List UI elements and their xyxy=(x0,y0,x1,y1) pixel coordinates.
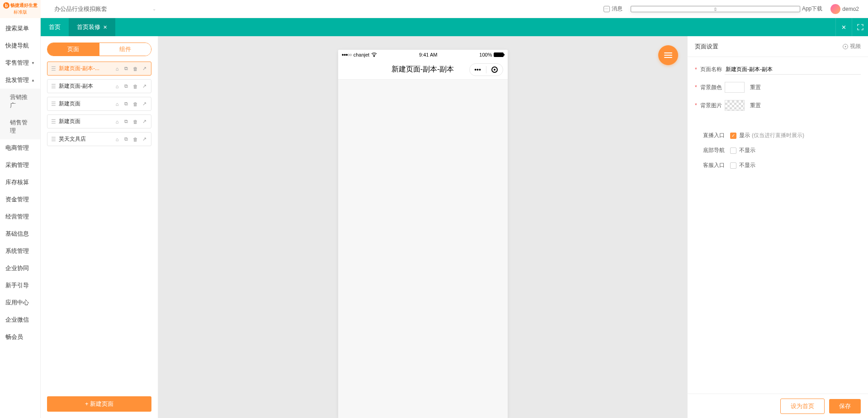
home-icon[interactable]: ⌂ xyxy=(114,101,120,107)
sidebar-item-operations[interactable]: 经营管理 xyxy=(0,208,40,225)
preview-title-bar: 新建页面-副本-副本 ••• xyxy=(338,60,508,80)
share-icon[interactable]: ↗ xyxy=(141,83,147,90)
canvas: ●●●○○ chanjet 9:41 AM 100% xyxy=(158,36,687,418)
sidebar-item-marketing[interactable]: 营销推广 xyxy=(0,89,40,114)
sidebar-item-appcenter[interactable]: 应用中心 xyxy=(0,294,40,311)
menu-fab[interactable] xyxy=(658,45,678,65)
delete-icon[interactable]: 🗑 xyxy=(132,101,138,107)
delete-icon[interactable]: 🗑 xyxy=(132,136,138,142)
phone-icon: ▯ xyxy=(631,6,800,12)
home-icon[interactable]: ⌂ xyxy=(114,66,120,72)
reset-bg-color[interactable]: 重置 xyxy=(750,84,761,91)
caret-up-icon: ▲ xyxy=(31,78,35,82)
avatar xyxy=(830,4,840,14)
share-icon[interactable]: ↗ xyxy=(141,66,147,72)
logo: b 畅捷通好生意 标准版 xyxy=(0,0,41,18)
page-list-item[interactable]: ☰ 新建页面-副本 ⌂ ⧉ 🗑 ↗ xyxy=(47,79,151,93)
share-icon[interactable]: ↗ xyxy=(141,101,147,107)
sidebar-item-wholesale[interactable]: 批发管理▲ xyxy=(0,71,40,89)
delete-icon[interactable]: 🗑 xyxy=(132,83,138,90)
speech-icon: ⋯ xyxy=(604,6,610,12)
seg-page[interactable]: 页面 xyxy=(47,43,99,56)
tab-decoration[interactable]: 首页装修 ✕ xyxy=(69,18,115,36)
sidebar-item-purchase[interactable]: 采购管理 xyxy=(0,157,40,174)
sidebar-item-funds[interactable]: 资金管理 xyxy=(0,191,40,208)
reset-bg-image[interactable]: 重置 xyxy=(750,102,761,109)
label-bg-color: 背景颜色 xyxy=(700,84,725,91)
home-icon[interactable]: ⌂ xyxy=(114,83,120,90)
sidebar-item-wecom[interactable]: 企业微信 xyxy=(0,311,40,328)
drag-icon[interactable]: ☰ xyxy=(51,101,56,107)
sidebar-nav: 搜索菜单 快捷导航 零售管理▼ 批发管理▲ 营销推广 销售管理 电商管理 采购管… xyxy=(0,18,41,418)
home-icon[interactable]: ⌂ xyxy=(114,136,120,142)
fullscreen-icon xyxy=(857,24,863,30)
preview-body[interactable] xyxy=(338,80,508,418)
checkbox-bottom-nav[interactable] xyxy=(730,147,736,154)
checkbox-live[interactable]: ✓ xyxy=(730,133,736,139)
copy-icon[interactable]: ⧉ xyxy=(123,136,129,142)
delete-icon[interactable]: 🗑 xyxy=(132,119,138,125)
share-icon[interactable]: ↗ xyxy=(141,119,147,125)
status-bar: ●●●○○ chanjet 9:41 AM 100% xyxy=(338,50,508,60)
bg-image-swatch[interactable] xyxy=(725,100,745,111)
capsule-close[interactable] xyxy=(486,64,503,76)
target-icon xyxy=(491,66,498,73)
drag-icon[interactable]: ☰ xyxy=(51,83,56,90)
preview-page-title: 新建页面-副本-副本 xyxy=(392,65,454,74)
close-icon[interactable]: ✕ xyxy=(103,24,107,30)
label-page-name: 页面名称 xyxy=(700,66,725,73)
capsule-menu[interactable]: ••• xyxy=(470,64,486,76)
drag-icon[interactable]: ☰ xyxy=(51,136,56,142)
drag-icon[interactable]: ☰ xyxy=(51,119,56,125)
copy-icon[interactable]: ⧉ xyxy=(123,101,129,107)
chevron-down-icon: ⌄ xyxy=(152,6,156,11)
sidebar-item-basicinfo[interactable]: 基础信息 xyxy=(0,225,40,242)
video-link[interactable]: 视频 xyxy=(843,43,861,50)
page-name-input[interactable] xyxy=(725,64,861,75)
app-download-link[interactable]: ▯ App下载 xyxy=(631,5,822,13)
page-list-item[interactable]: ☰ 新建页面-副本-... ⌂ ⧉ 🗑 ↗ xyxy=(47,62,151,76)
sidebar-item-collab[interactable]: 企业协同 xyxy=(0,260,40,277)
drag-icon[interactable]: ☰ xyxy=(51,66,56,72)
tab-home[interactable]: 首页 xyxy=(41,18,69,36)
add-page-button[interactable]: + 新建页面 xyxy=(47,396,151,412)
sidebar-item-member[interactable]: 畅会员 xyxy=(0,328,40,346)
set-home-button[interactable]: 设为首页 xyxy=(780,399,825,414)
page-list-item[interactable]: ☰ 新建页面 ⌂ ⧉ 🗑 ↗ xyxy=(47,114,151,128)
page-list-item[interactable]: ☰ 昊天文具店 ⌂ ⧉ 🗑 ↗ xyxy=(47,132,151,146)
signal-icon: ●●●○○ xyxy=(342,52,352,57)
phone-preview: ●●●○○ chanjet 9:41 AM 100% xyxy=(338,50,508,418)
sidebar-item-ecommerce[interactable]: 电商管理 xyxy=(0,139,40,157)
org-selector[interactable]: 办公品行业模拟账套 ⌄ xyxy=(54,5,156,13)
save-button[interactable]: 保存 xyxy=(829,399,861,413)
sidebar-item-search[interactable]: 搜索菜单 xyxy=(0,20,40,37)
label-live-entry: 直播入口 xyxy=(703,132,730,139)
share-icon[interactable]: ↗ xyxy=(141,136,147,142)
tab-close-all[interactable]: ✕ xyxy=(835,18,852,36)
user-menu[interactable]: demo2 xyxy=(830,4,859,14)
sidebar-item-sales[interactable]: 销售管理 xyxy=(0,114,40,139)
logo-brand: 畅捷通好生意 xyxy=(10,2,38,9)
settings-panel: 页面设置 视频 * 页面名称 * xyxy=(687,36,868,418)
sidebar-item-system[interactable]: 系统管理 xyxy=(0,242,40,260)
copy-icon[interactable]: ⧉ xyxy=(123,83,129,90)
label-bottom-nav: 底部导航 xyxy=(703,147,730,154)
tab-fullscreen[interactable] xyxy=(852,18,868,36)
bg-color-swatch[interactable] xyxy=(725,82,745,93)
sidebar-item-quicknav[interactable]: 快捷导航 xyxy=(0,37,40,54)
copy-icon[interactable]: ⧉ xyxy=(123,119,129,125)
delete-icon[interactable]: 🗑 xyxy=(132,66,138,72)
logo-icon: b xyxy=(3,2,9,9)
home-icon[interactable]: ⌂ xyxy=(114,119,120,125)
sidebar-item-inventory[interactable]: 库存核算 xyxy=(0,174,40,191)
sidebar-item-retail[interactable]: 零售管理▼ xyxy=(0,54,40,71)
svg-point-0 xyxy=(374,56,375,57)
sidebar-item-guide[interactable]: 新手引导 xyxy=(0,277,40,294)
messages-link[interactable]: ⋯ 消息 xyxy=(604,5,623,13)
checkbox-service[interactable] xyxy=(730,162,736,169)
org-name: 办公品行业模拟账套 xyxy=(54,5,107,13)
seg-component[interactable]: 组件 xyxy=(99,43,151,56)
page-list-item[interactable]: ☰ 新建页面 ⌂ ⧉ 🗑 ↗ xyxy=(47,97,151,111)
label-bg-image: 背景图片 xyxy=(700,102,725,109)
copy-icon[interactable]: ⧉ xyxy=(123,66,129,72)
